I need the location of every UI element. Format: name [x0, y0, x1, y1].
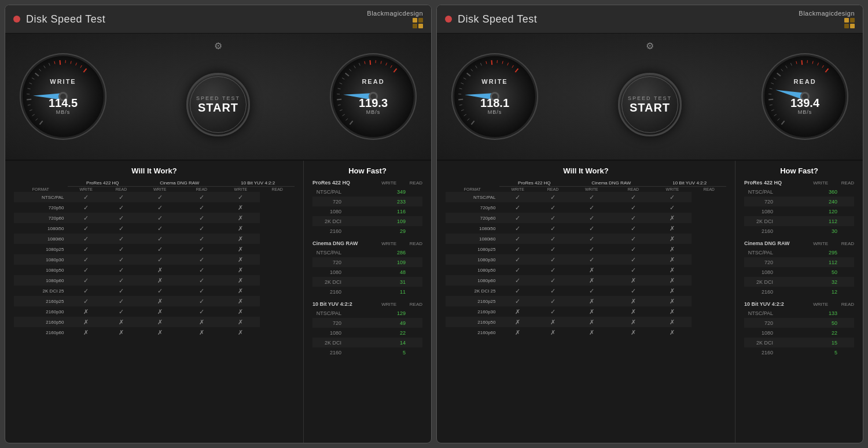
how-fast-row: 2K DCI32 — [744, 277, 854, 287]
start-label: START — [630, 101, 670, 114]
svg-text:MB/s: MB/s — [366, 109, 381, 115]
how-fast-row: 216029 — [312, 226, 422, 236]
brand-logo: Blackmagicdesign — [799, 10, 855, 28]
svg-text:READ: READ — [793, 78, 816, 85]
how-fast-group: 10 Bit YUV 4:2:2WRITEREADNTSC/PAL1337205… — [744, 301, 854, 357]
window-title: Disk Speed Test — [458, 13, 537, 25]
how-fast-row: 216012 — [744, 287, 854, 297]
how-fast-row: 216011 — [312, 287, 422, 297]
how-fast-title: How Fast? — [312, 166, 422, 175]
brand-square — [844, 18, 849, 23]
how-fast-row: 216030 — [744, 226, 854, 236]
will-it-work-title: Will It Work? — [14, 166, 295, 175]
how-fast-row: 72050 — [744, 318, 854, 328]
svg-line-8 — [27, 99, 31, 100]
how-fast-group: ProRes 422 HQWRITEREADNTSC/PAL3607202401… — [744, 180, 854, 236]
how-fast-row: 720233 — [312, 197, 422, 206]
brand-square — [844, 24, 849, 28]
write-gauge: WRITE 118.1 MB/s — [448, 47, 541, 146]
how-fast-row: 108022 — [744, 328, 854, 338]
how-fast-row: 720240 — [744, 197, 854, 206]
svg-line-68 — [458, 99, 463, 100]
svg-line-48 — [370, 60, 371, 65]
how-fast-row: NTSC/PAL133 — [744, 308, 854, 318]
how-fast-group: ProRes 422 HQWRITEREADNTSC/PAL3497202331… — [312, 180, 422, 236]
will-it-work-table: ProRes 422 HQCinema DNG RAW10 Bit YUV 4:… — [446, 180, 726, 338]
start-label: START — [198, 101, 238, 114]
how-fast-row: 72049 — [312, 318, 422, 328]
how-fast-row: 2K DCI15 — [744, 338, 854, 347]
speed-test-label: SPEED TEST — [196, 95, 240, 101]
will-it-work-section: Will It Work?ProRes 422 HQCinema DNG RAW… — [437, 161, 735, 443]
data-section: Will It Work?ProRes 422 HQCinema DNG RAW… — [437, 161, 863, 443]
svg-line-78 — [492, 60, 492, 65]
svg-line-108 — [802, 60, 803, 65]
window-title: Disk Speed Test — [26, 13, 105, 25]
will-it-work-table: ProRes 422 HQCinema DNG RAW10 Bit YUV 4:… — [14, 180, 295, 338]
svg-line-18 — [60, 60, 61, 65]
brand-square — [413, 24, 417, 28]
start-button[interactable]: SPEED TEST START — [618, 73, 682, 136]
svg-text:MB/s: MB/s — [488, 109, 502, 115]
how-fast-row: 720112 — [744, 257, 854, 267]
center-area: ⚙ SPEED TEST START — [618, 57, 682, 136]
start-button[interactable]: SPEED TEST START — [186, 73, 250, 136]
speed-test-label: SPEED TEST — [628, 95, 672, 101]
svg-text:119.3: 119.3 — [359, 97, 388, 109]
how-fast-row: NTSC/PAL286 — [312, 247, 422, 257]
how-fast-row: NTSC/PAL129 — [312, 308, 422, 318]
will-it-work-section: Will It Work?ProRes 422 HQCinema DNG RAW… — [5, 161, 304, 443]
how-fast-row: 21605 — [312, 347, 422, 357]
how-fast-row: 720109 — [312, 257, 422, 267]
title-bar: Disk Speed Test Blackmagicdesign — [5, 5, 431, 34]
svg-text:READ: READ — [362, 78, 384, 85]
how-fast-row: 1080120 — [744, 206, 854, 216]
read-gauge: READ 119.3 MB/s — [327, 47, 420, 146]
brand-square — [850, 24, 855, 28]
svg-text:WRITE: WRITE — [481, 78, 507, 85]
svg-text:114.5: 114.5 — [49, 97, 78, 109]
gauges-section: WRITE 114.5 MB/s ⚙ SPEED TEST START — [5, 34, 431, 161]
how-fast-row: 108048 — [312, 267, 422, 277]
how-fast-row: NTSC/PAL295 — [744, 247, 854, 257]
data-section: Will It Work?ProRes 422 HQCinema DNG RAW… — [5, 161, 431, 443]
gear-icon: ⚙ — [214, 41, 222, 51]
close-button[interactable] — [445, 16, 452, 23]
read-gauge: READ 139.4 MB/s — [759, 47, 851, 146]
how-fast-row: 1080116 — [312, 206, 422, 216]
brand-logo: Blackmagicdesign — [367, 10, 423, 28]
how-fast-row: 2K DCI14 — [312, 338, 422, 347]
svg-line-98 — [768, 99, 773, 100]
svg-text:MB/s: MB/s — [56, 109, 71, 115]
settings-gear[interactable]: ⚙ — [646, 40, 654, 51]
brand-square — [418, 24, 423, 28]
disk-speed-window: Disk Speed Test Blackmagicdesign — [436, 5, 863, 443]
how-fast-row: NTSC/PAL360 — [744, 187, 854, 197]
brand-square — [418, 18, 423, 23]
write-gauge: WRITE 114.5 MB/s — [17, 47, 109, 146]
svg-text:MB/s: MB/s — [798, 109, 812, 115]
how-fast-row: NTSC/PAL349 — [312, 187, 422, 197]
svg-text:118.1: 118.1 — [480, 97, 509, 109]
close-button[interactable] — [13, 16, 20, 23]
how-fast-group: Cinema DNG RAWWRITEREADNTSC/PAL286720109… — [312, 240, 422, 297]
how-fast-title: How Fast? — [744, 166, 854, 175]
how-fast-row: 2K DCI112 — [744, 216, 854, 226]
how-fast-row: 2K DCI31 — [312, 277, 422, 287]
svg-text:WRITE: WRITE — [50, 78, 76, 85]
how-fast-section: How Fast?ProRes 422 HQWRITEREADNTSC/PAL3… — [304, 161, 431, 443]
center-area: ⚙ SPEED TEST START — [186, 57, 250, 136]
gauges-section: WRITE 118.1 MB/s ⚙ SPEED TEST START — [437, 34, 863, 161]
disk-speed-window: Disk Speed Test Blackmagicdesign — [5, 5, 432, 443]
how-fast-group: Cinema DNG RAWWRITEREADNTSC/PAL295720112… — [744, 240, 854, 297]
gear-icon: ⚙ — [646, 41, 654, 51]
how-fast-section: How Fast?ProRes 422 HQWRITEREADNTSC/PAL3… — [735, 161, 863, 443]
how-fast-row: 21605 — [744, 347, 854, 357]
will-it-work-title: Will It Work? — [446, 166, 726, 175]
settings-gear[interactable]: ⚙ — [214, 40, 222, 51]
how-fast-row: 108050 — [744, 267, 854, 277]
svg-text:139.4: 139.4 — [790, 97, 820, 109]
brand-square — [850, 18, 855, 23]
brand-square — [413, 18, 417, 23]
how-fast-group: 10 Bit YUV 4:2:2WRITEREADNTSC/PAL1297204… — [312, 301, 422, 357]
